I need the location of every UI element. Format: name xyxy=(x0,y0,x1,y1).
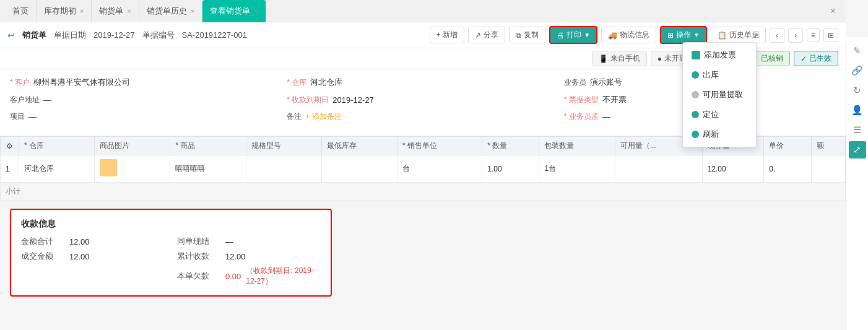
due-amount-label: 本单欠款 xyxy=(177,271,220,282)
warehouse-value[interactable]: 河北仓库 xyxy=(310,77,342,88)
due-amount-value: 0.00 xyxy=(225,272,241,281)
sidebar-refresh-icon[interactable]: ↻ xyxy=(849,82,866,99)
table-row: 1 河北仓库 嘻嘻嘻嘻 台 1.00 1台 12.00 0. xyxy=(1,155,846,183)
copy-button[interactable]: ⧉ 复制 xyxy=(509,27,545,43)
payment-title: 收款信息 xyxy=(21,219,321,230)
due-date-label: * 收款到期日 xyxy=(287,95,329,105)
deal-amount-value: 12.00 xyxy=(69,252,90,261)
col-unit: * 销售单位 xyxy=(397,137,482,155)
payment-row-1-col2: 同单现结 — xyxy=(177,236,321,247)
salesperson-value[interactable]: — xyxy=(602,112,610,121)
due-date-field: * 收款到期日 2019-12-27 xyxy=(287,95,558,105)
customer-field: * 客户 柳州粤港平安气体有限公司 xyxy=(10,77,282,88)
sidebar-user-icon[interactable]: 👤 xyxy=(849,102,866,119)
project-value[interactable]: — xyxy=(28,112,37,121)
tab-sales-history[interactable]: 销货单历史 × xyxy=(139,0,202,22)
right-sidebar: ✎ 🔗 ↻ 👤 ☰ ⤢ xyxy=(846,37,868,304)
cell-pack-qty: 1台 xyxy=(539,155,615,183)
history-button[interactable]: 📋 历史单据 xyxy=(711,27,766,43)
available-extract-item[interactable]: 可用量提取 xyxy=(683,85,756,105)
add-note-button[interactable]: + 添加备注 xyxy=(305,111,341,122)
close-tab-view[interactable]: × xyxy=(254,7,258,15)
sidebar-link-icon[interactable]: 🔗 xyxy=(849,62,866,79)
cell-product-img xyxy=(95,155,170,183)
total-amount-label: 金额合计 xyxy=(21,236,64,247)
truck-icon: 🚚 xyxy=(608,31,617,40)
sidebar-list-icon[interactable]: ☰ xyxy=(849,121,866,139)
due-date-value[interactable]: 2019-12-27 xyxy=(332,95,374,105)
print-button[interactable]: 🖨 打印 ▼ xyxy=(549,26,597,44)
close-tab-sales[interactable]: × xyxy=(127,7,131,15)
due-date-extra: （收款到期日: 2019-12-27） xyxy=(246,266,321,287)
doc-type-label: 销货单 xyxy=(22,30,46,41)
sidebar-expand-icon[interactable]: ⤢ xyxy=(849,141,866,158)
operate-button[interactable]: ⊞ 操作 ▼ xyxy=(660,26,707,44)
payment-grid: 金额合计 12.00 同单现结 — 成交金额 12.00 累计收款 12.00 … xyxy=(21,236,321,287)
new-button[interactable]: + 新增 xyxy=(430,27,464,43)
effective-button[interactable]: ✓ 已生效 xyxy=(794,51,838,66)
note-label: 备注 xyxy=(287,111,302,122)
next-button[interactable]: › xyxy=(788,28,803,43)
close-tab-history[interactable]: × xyxy=(191,7,194,15)
project-label: 项目 xyxy=(10,111,25,122)
col-amount: 额 xyxy=(812,137,846,155)
col-product: * 商品 xyxy=(170,137,246,155)
sidebar-edit-icon[interactable]: ✎ xyxy=(849,42,866,59)
close-all-tabs[interactable]: × xyxy=(825,6,841,17)
refresh-menu-icon xyxy=(692,131,699,138)
list-view-button[interactable]: ≡ xyxy=(807,28,820,42)
payment-row-2-col2: 累计收款 12.00 xyxy=(177,251,321,262)
share-icon: ↗ xyxy=(475,31,481,40)
col-min-stock: 最低库存 xyxy=(321,137,397,155)
outbound-item[interactable]: 出库 xyxy=(683,65,756,85)
address-value[interactable]: — xyxy=(43,95,51,105)
address-label: 客户地址 xyxy=(10,95,40,105)
cell-quantity: 1.00 xyxy=(482,155,539,183)
add-invoice-item[interactable]: 添加发票 xyxy=(683,45,756,65)
tab-inventory-init[interactable]: 库存期初 × xyxy=(37,0,92,22)
warehouse-label: * 仓库 xyxy=(287,77,306,88)
print-icon: 🖨 xyxy=(557,31,564,40)
doc-number-label: 单据编号 xyxy=(142,30,175,41)
locate-icon xyxy=(692,111,699,118)
customer-value[interactable]: 柳州粤港平安气体有限公司 xyxy=(33,77,130,88)
refresh-item[interactable]: 刷新 xyxy=(683,124,756,144)
total-received-label: 累计收款 xyxy=(177,251,220,262)
cell-product: 嘻嘻嘻嘻 xyxy=(170,155,246,183)
deal-amount-label: 成交金额 xyxy=(21,251,64,262)
history-icon: 📋 xyxy=(718,31,727,40)
share-button[interactable]: ↗ 分享 xyxy=(468,27,505,43)
warehouse-field: * 仓库 河北仓库 xyxy=(287,77,558,88)
cell-unit: 台 xyxy=(397,155,482,183)
tab-home[interactable]: 首页 xyxy=(5,0,37,22)
col-settings: ⚙ xyxy=(1,137,19,155)
grid-view-button[interactable]: ⊞ xyxy=(823,28,838,42)
tab-sales-order[interactable]: 销货单 × xyxy=(92,0,139,22)
cell-warehouse: 河北仓库 xyxy=(19,155,95,183)
address-field: 客户地址 — xyxy=(10,95,282,105)
tab-bar: 首页 库存期初 × 销货单 × 销货单历史 × 查看销货单 × × xyxy=(0,0,846,22)
from-phone-button[interactable]: 📱 来自手机 xyxy=(592,51,647,66)
payment-info-box: 收款信息 金额合计 12.00 同单现结 — 成交金额 12.00 累计收款 1… xyxy=(10,209,332,297)
col-product-img: 商品图片 xyxy=(95,137,170,155)
doc-date-label: 单据日期 xyxy=(54,30,86,41)
product-image xyxy=(100,159,117,176)
invoice-icon xyxy=(692,51,700,59)
logistics-button[interactable]: 🚚 物流信息 xyxy=(601,27,656,43)
cell-unit-price: 0. xyxy=(764,155,812,183)
cell-stock: 12.00 xyxy=(702,155,764,183)
col-spec: 规格型号 xyxy=(246,137,321,155)
outbound-icon xyxy=(692,71,699,79)
prev-button[interactable]: ‹ xyxy=(770,28,784,43)
cell-amount xyxy=(812,155,846,183)
close-tab-inventory[interactable]: × xyxy=(80,7,84,15)
operate-dropdown: 添加发票 出库 可用量提取 定位 刷新 xyxy=(682,42,757,147)
locate-item[interactable]: 定位 xyxy=(683,105,756,124)
tab-view-sales-order[interactable]: 查看销货单 × xyxy=(202,0,266,22)
col-pack-qty: 包装数量 xyxy=(539,137,615,155)
total-received-value: 12.00 xyxy=(225,252,246,261)
ticket-type-value[interactable]: 不开票 xyxy=(602,94,627,105)
total-amount-value: 12.00 xyxy=(69,237,90,246)
staff-value[interactable]: 演示账号 xyxy=(590,77,622,88)
salesperson-label: * 业务员孟 xyxy=(564,111,599,122)
